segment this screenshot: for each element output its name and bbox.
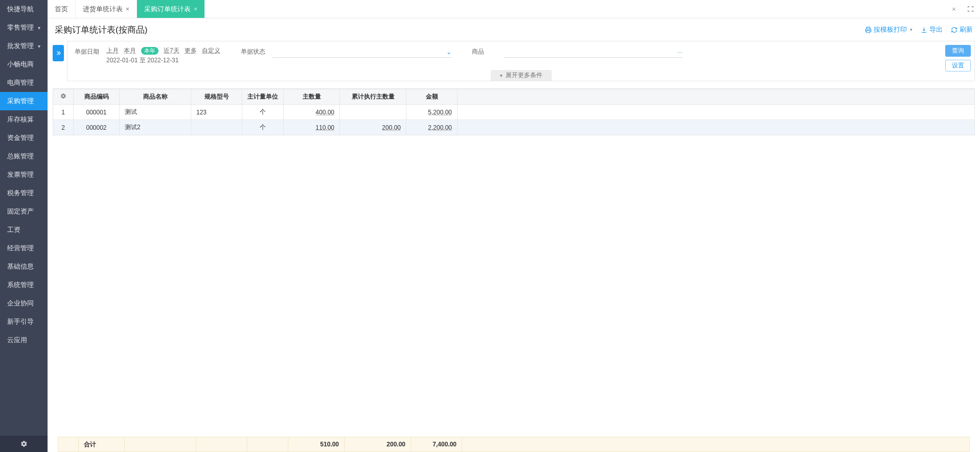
status-select[interactable]: ⌄: [272, 46, 451, 58]
col-header-rest: [458, 89, 975, 105]
refresh-button[interactable]: 刷新: [951, 25, 973, 34]
collapse-filter-handle[interactable]: [53, 45, 64, 61]
cell: 1: [53, 105, 74, 120]
refresh-label: 刷新: [960, 25, 973, 34]
sidebar-item-13[interactable]: 经营管理: [0, 239, 48, 257]
filter-panel-wrap: 单据日期 上月本月本年近7天更多自定义 2022-01-01 至 2022-12…: [53, 41, 975, 81]
export-button[interactable]: 导出: [921, 25, 943, 34]
sidebar-item-14[interactable]: 基础信息: [0, 257, 48, 276]
sidebar-item-label: 基础信息: [7, 262, 34, 271]
expand-conditions[interactable]: ▾ 展开更多条件: [491, 70, 552, 81]
sidebar-item-7[interactable]: 资金管理: [0, 129, 48, 147]
tab-label: 首页: [55, 5, 68, 14]
col-header-6[interactable]: 累计执行主数量: [340, 89, 406, 105]
date-option-0[interactable]: 上月: [106, 46, 119, 55]
sidebar-item-2[interactable]: 批发管理▾: [0, 37, 48, 55]
sidebar-item-label: 企业协同: [7, 299, 34, 308]
export-label: 导出: [929, 25, 943, 34]
product-input[interactable]: ···: [504, 46, 682, 58]
close-all-tabs[interactable]: [948, 4, 960, 15]
date-option-2[interactable]: 本年: [141, 47, 158, 55]
sidebar-item-4[interactable]: 电商管理: [0, 74, 48, 92]
total-label: 合计: [79, 437, 125, 451]
main: 首页进货单统计表×采购订单统计表× 采购订单统计表(按商品) 按模板打印 ▾: [48, 0, 980, 452]
chevron-down-icon: ▾: [500, 73, 503, 78]
sidebar-item-1[interactable]: 零售管理▾: [0, 18, 48, 37]
filter-status-label: 单据状态: [241, 46, 267, 56]
sidebar-item-label: 资金管理: [7, 133, 34, 142]
close-icon[interactable]: ×: [126, 6, 129, 13]
cell: [340, 105, 406, 120]
tabs-row: 首页进货单统计表×采购订单统计表×: [48, 0, 980, 18]
query-button[interactable]: 查询: [945, 45, 971, 57]
filter-date-label: 单据日期: [75, 46, 101, 56]
tab-1[interactable]: 进货单统计表×: [76, 0, 137, 18]
cell-rest: [458, 105, 975, 120]
filter-date-range: 2022-01-01 至 2022-12-31: [106, 56, 220, 65]
date-option-3[interactable]: 近7天: [164, 46, 179, 55]
fullscreen-icon: [967, 6, 974, 12]
sidebar-item-11[interactable]: 固定资产: [0, 202, 48, 221]
cell: 000002: [74, 120, 120, 135]
sidebar-item-12[interactable]: 工资: [0, 221, 48, 239]
sidebar-item-17[interactable]: 新手引导: [0, 313, 48, 331]
cell: 测试: [120, 105, 191, 120]
sidebar-item-10[interactable]: 税务管理: [0, 184, 48, 202]
settings-button[interactable]: 设置: [945, 60, 971, 72]
col-header-4[interactable]: 主计量单位: [242, 89, 284, 105]
fullscreen-button[interactable]: [965, 4, 976, 15]
close-icon[interactable]: ×: [194, 6, 197, 13]
sidebar-item-3[interactable]: 小畅电商: [0, 55, 48, 74]
gear-icon: [20, 440, 28, 447]
col-header-7[interactable]: 金额: [406, 89, 458, 105]
sidebar-item-label: 税务管理: [7, 188, 34, 198]
cell: 110.00: [284, 120, 340, 135]
table-row[interactable]: 1000001测试123个400.005,200.00: [53, 105, 975, 120]
sidebar-item-label: 经营管理: [7, 244, 34, 253]
expand-label: 展开更多条件: [506, 71, 542, 80]
data-table: 商品编码商品名称规格型号主计量单位主数量累计执行主数量金额 1000001测试1…: [53, 89, 975, 135]
chevron-down-icon: ⌄: [446, 49, 451, 56]
date-option-1[interactable]: 本月: [124, 46, 136, 55]
sidebar-item-label: 固定资产: [7, 207, 34, 216]
print-template-button[interactable]: 按模板打印 ▾: [865, 25, 913, 34]
sidebar-item-16[interactable]: 企业协同: [0, 294, 48, 313]
date-from: 2022-01-01: [106, 57, 138, 64]
date-option-5[interactable]: 自定义: [202, 46, 220, 55]
col-header-2[interactable]: 商品名称: [120, 89, 191, 105]
col-header-0[interactable]: [53, 89, 74, 105]
total-row: 合计 510.00 200.00 7,400.00: [58, 437, 970, 452]
cell: 个: [242, 120, 284, 135]
gear-icon: [60, 93, 66, 99]
filter-date: 单据日期 上月本月本年近7天更多自定义 2022-01-01 至 2022-12…: [75, 46, 220, 65]
date-option-4[interactable]: 更多: [185, 46, 197, 55]
sidebar-item-8[interactable]: 总账管理: [0, 147, 48, 165]
sidebar-item-0[interactable]: 快捷导航: [0, 0, 48, 18]
cell: 2,200.00: [406, 120, 458, 135]
caret-down-icon: ▾: [38, 25, 40, 31]
cell: 测试2: [120, 120, 191, 135]
col-header-3[interactable]: 规格型号: [191, 89, 242, 105]
sidebar-item-5[interactable]: 采购管理: [0, 92, 48, 110]
sidebar-item-9[interactable]: 发票管理: [0, 165, 48, 184]
sidebar-settings[interactable]: [0, 436, 48, 452]
table-wrap: 商品编码商品名称规格型号主计量单位主数量累计执行主数量金额 1000001测试1…: [53, 88, 975, 452]
cell-rest: [458, 120, 975, 135]
chevron-down-icon: ▾: [910, 27, 913, 32]
total-exec: 200.00: [345, 437, 411, 451]
table-row[interactable]: 2000002测试2个110.00200.002,200.00: [53, 120, 975, 135]
sidebar-item-18[interactable]: 云应用: [0, 331, 48, 349]
filter-product-label: 商品: [472, 46, 498, 56]
sidebar: 快捷导航零售管理▾批发管理▾小畅电商电商管理采购管理库存核算资金管理总账管理发票…: [0, 0, 48, 452]
sidebar-item-15[interactable]: 系统管理: [0, 276, 48, 294]
tab-2[interactable]: 采购订单统计表×: [137, 0, 204, 18]
cell: 000001: [74, 105, 120, 120]
sidebar-item-6[interactable]: 库存核算: [0, 110, 48, 129]
sidebar-item-label: 采购管理: [7, 97, 34, 106]
sidebar-item-label: 电商管理: [7, 78, 34, 87]
col-header-1[interactable]: 商品编码: [74, 89, 120, 105]
tab-0[interactable]: 首页: [48, 0, 76, 18]
cell: 123: [191, 105, 242, 120]
sidebar-item-label: 工资: [7, 225, 20, 234]
col-header-5[interactable]: 主数量: [284, 89, 340, 105]
